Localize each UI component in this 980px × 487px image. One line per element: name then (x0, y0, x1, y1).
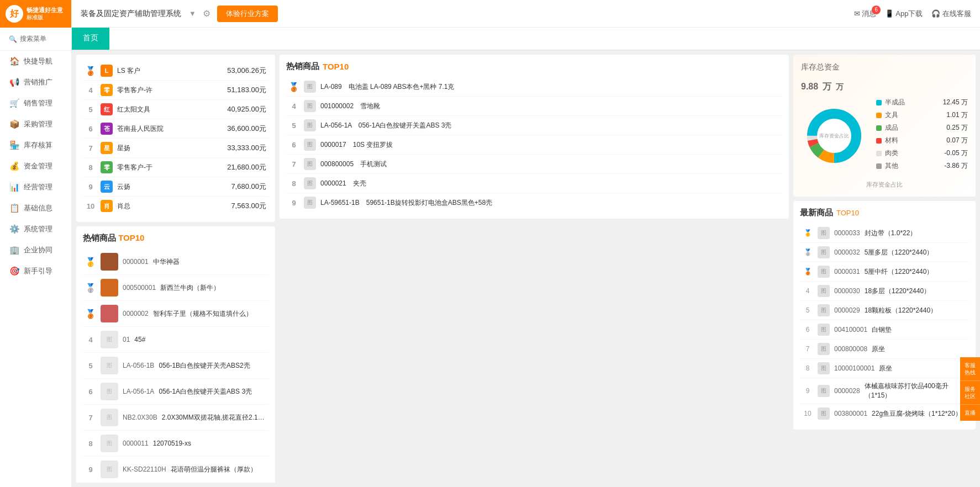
hot-product-row: 🥉 0000002 智利车子里（规格不知道填什么） (83, 301, 268, 327)
legend-name: 其他 (885, 161, 941, 171)
latest-product-row: 9 图 0000028 体械嘉核味苏打饮品400毫升（1*15） (800, 378, 969, 404)
sidebar-item-sales[interactable]: 🛒销售管理 (0, 93, 71, 114)
sidebar-item-guide[interactable]: 🎯新手引导 (0, 261, 71, 282)
customer-value: 21,680.00元 (227, 162, 266, 172)
rank-num: 4 (288, 102, 299, 110)
latest-product-row: 🥇 图 0000033 封边带（1.0*22） (800, 224, 969, 243)
customer-value: 33,333.00元 (227, 143, 266, 153)
customer-badge: L (101, 65, 113, 77)
medal-bronze-icon: 🥉 (288, 82, 299, 92)
legend-item: 半成品 12.45 万 (876, 98, 968, 107)
legend-dot (876, 138, 882, 144)
nav-label-finance: 资金管理 (24, 161, 52, 171)
latest-name: 原坐 (872, 345, 967, 354)
latest-rank: 🥈 (802, 248, 813, 256)
sidebar-item-base[interactable]: 📋基础信息 (0, 198, 71, 219)
inventory-card: 库存总资金 9.88 万 万 (793, 55, 976, 197)
search-menu-btn[interactable]: 🔍 搜索菜单 (6, 32, 66, 46)
mid-product-row: 🥉 图 LA-089 电池盖 LA-089 ABS本色+黑种 7.1克 (286, 77, 782, 97)
product-code-name: LA-59651-1B 59651-1B旋转投影灯电池盒ABS黑色+58壳 (320, 198, 780, 208)
content-area: 🥉 L LS 客户 53,006.26元 4 零 零售客户-许 51,183.0… (72, 50, 980, 487)
customer-badge: 云 (101, 181, 113, 193)
customer-name: 红太阳文具 (117, 105, 223, 114)
legend-name: 材料 (885, 136, 943, 145)
trial-button[interactable]: 体验行业方案 (217, 6, 278, 22)
latest-product-row: 🥉 图 0000031 5厘中纤（1220*2440） (800, 262, 969, 282)
inventory-unit: 万 (823, 82, 831, 91)
app-download-btn[interactable]: 📱 App下载 (885, 9, 923, 19)
mid-top-products-card: 热销商品 TOP10 🥉 图 LA-089 电池盖 LA-089 ABS本色+黑… (280, 55, 789, 219)
sidebar-item-marketing[interactable]: 📢营销推广 (0, 72, 71, 93)
mid-product-row: 6 图 0000017 10S 变扭罗拔 (286, 135, 782, 155)
legend-value: 0.07 万 (946, 136, 968, 145)
legend-dot (876, 163, 882, 169)
legend-item: 其他 -3.86 万 (876, 161, 968, 171)
online-service-btn[interactable]: 🎧 在线客服 (931, 9, 971, 19)
mid-top-title: 热销商品 TOP10 (286, 61, 782, 72)
tab-bar: 首页 (72, 28, 980, 50)
customer-value: 51,183.00元 (227, 85, 266, 95)
gear-icon[interactable]: ⚙ (203, 8, 210, 19)
legend-dot (876, 125, 882, 131)
customer-list: 🥉 L LS 客户 53,006.26元 4 零 零售客户-许 51,183.0… (83, 61, 268, 215)
dropdown-icon[interactable]: ▼ (189, 9, 196, 18)
latest-product-row: 4 图 0000030 18多层（1220*2440） (800, 282, 969, 301)
sidebar-item-system[interactable]: ⚙️系统管理 (0, 219, 71, 240)
rank-num: 8 (288, 179, 299, 188)
search-icon: 🔍 (9, 35, 17, 43)
logo-icon: 好 (6, 5, 23, 23)
product-code-name: LA-056-1A 056-1A白色按键开关盖ABS 3壳 (320, 121, 780, 130)
customer-name: 零售客户-许 (117, 86, 223, 95)
message-btn[interactable]: ✉ 消息 6 (854, 9, 877, 19)
latest-rank: 5 (802, 306, 813, 314)
legend-value: -3.86 万 (944, 161, 968, 171)
latest-list: 🥇 图 0000033 封边带（1.0*22） 🥈 图 0000032 5厘多层… (800, 224, 969, 423)
legend-item: 肉类 -0.05 万 (876, 149, 968, 158)
product-code: 0000011 (123, 440, 149, 447)
latest-img: 图 (818, 304, 830, 316)
base-icon: 📋 (9, 203, 19, 213)
hot-product-row: 7 图 NB2.0X30B 2.0X30MM双搓花轴,搓花直径2.1MM/ROH… (83, 405, 268, 431)
product-thumb-placeholder: 图 (101, 331, 118, 348)
rank-num: 5 (85, 105, 96, 114)
latest-code: 003800001 (834, 410, 867, 417)
product-img: 图 (304, 119, 316, 131)
customer-badge: 红 (101, 103, 113, 115)
sidebar-item-corp[interactable]: 🏢企业协同 (0, 240, 71, 261)
rank-num: 4 (85, 336, 96, 344)
nav-label-operation: 经营管理 (24, 182, 52, 192)
legend-name: 肉类 (885, 149, 941, 158)
tab-home[interactable]: 首页 (72, 28, 109, 50)
product-img: 图 (304, 177, 316, 189)
sidebar-item-operation[interactable]: 📊经营管理 (0, 177, 71, 198)
product-code: 01 (123, 336, 130, 343)
medal-silver-icon: 🥈 (85, 283, 96, 293)
latest-rank: 8 (802, 364, 813, 372)
nav-list: 🏠快捷导航📢营销推广🛒销售管理📦采购管理🏪库存核算💰资金管理📊经营管理📋基础信息… (0, 51, 71, 282)
mid-top-list: 热销商品 TOP10 🥉 图 LA-089 电池盖 LA-089 ABS本色+黑… (286, 61, 782, 212)
inventory-value: 9.88 万 万 (801, 76, 968, 93)
product-name: 智利车子里（规格不知道填什么） (153, 309, 266, 319)
sidebar-item-purchase[interactable]: 📦采购管理 (0, 114, 71, 135)
sidebar-search-area[interactable]: 🔍 搜索菜单 (0, 28, 71, 51)
medal-icon: 🥉 (85, 66, 96, 76)
sidebar-item-quick[interactable]: 🏠快捷导航 (0, 51, 71, 72)
legend-item: 材料 0.07 万 (876, 136, 968, 145)
sidebar-item-inventory[interactable]: 🏪库存核算 (0, 135, 71, 156)
customer-badge: 肖 (101, 200, 113, 212)
float-btn-1[interactable]: 服务 社区 (960, 381, 980, 405)
rank-num: 9 (85, 183, 96, 191)
latest-product-row: 7 图 000800008 原坐 (800, 340, 969, 359)
latest-name: 5厘中纤（1220*2440） (865, 267, 967, 277)
rank-num: 7 (85, 144, 96, 152)
float-btn-2[interactable]: 直播 (960, 405, 980, 421)
nav-label-sales: 销售管理 (24, 98, 52, 108)
hot-product-row: 8 图 0000011 12070519-xs (83, 431, 268, 457)
float-btn-0[interactable]: 客服 热线 (960, 357, 980, 381)
rank-num: 7 (288, 160, 299, 168)
sidebar-item-finance[interactable]: 💰资金管理 (0, 156, 71, 177)
rank-num: 7 (85, 414, 96, 422)
latest-name: 原坐 (879, 364, 967, 373)
product-name: 2.0X30MM双搓花轴,搓花直径2.1MM/ROHS (162, 413, 266, 422)
product-img: 图 (304, 139, 316, 151)
